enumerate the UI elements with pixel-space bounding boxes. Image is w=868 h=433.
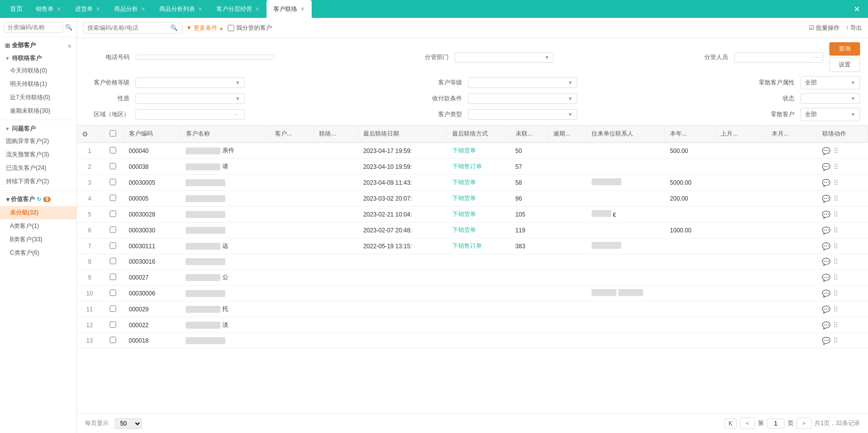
pending-group-label[interactable]: ▼ 待联络客户	[0, 52, 76, 64]
tab-product-analysis-list[interactable]: 商品分析列表 ✕	[152, 0, 209, 18]
row-checkbox[interactable]	[110, 258, 116, 264]
status-select[interactable]: ▼	[801, 93, 860, 104]
chat-icon[interactable]: 💬	[822, 289, 830, 297]
cell-last-method[interactable]: 下销售订单	[447, 238, 511, 254]
all-customers-header[interactable]: ⊞ 全部客户 «	[0, 37, 76, 52]
sidebar-item-declining[interactable]: 持续下滑客户(2)	[0, 175, 76, 188]
reset-btn[interactable]: 设置	[829, 58, 860, 72]
row-checkbox[interactable]	[110, 226, 116, 233]
row-checkbox[interactable]	[110, 163, 116, 169]
sidebar-item-a-class[interactable]: A类客户(1)	[0, 219, 76, 233]
chat-icon[interactable]: 💬	[822, 211, 830, 218]
price-level-select[interactable]: ▼	[135, 77, 245, 88]
row-checkbox[interactable]	[110, 195, 116, 201]
more-icon[interactable]: ⠿	[833, 258, 838, 266]
more-icon[interactable]: ⠿	[833, 226, 838, 234]
tab-purchase[interactable]: 进货单 ✕	[68, 0, 107, 18]
query-btn[interactable]: 查询	[829, 42, 860, 56]
row-checkbox[interactable]	[110, 305, 116, 312]
row-checkbox[interactable]	[110, 274, 116, 280]
cell-check[interactable]	[102, 270, 124, 286]
region-select[interactable]: ···	[135, 109, 245, 120]
sidebar-item-churn-warning[interactable]: 流失预警客户(3)	[0, 148, 76, 161]
th-check[interactable]	[102, 126, 124, 143]
cell-action[interactable]: 💬 ⠿	[817, 222, 868, 238]
cell-action[interactable]: 💬 ⠿	[817, 175, 868, 191]
cell-last-method[interactable]	[447, 301, 511, 317]
cell-action[interactable]: 💬 ⠿	[817, 191, 868, 207]
last-method-link[interactable]: 下销货单	[452, 195, 476, 202]
customer-type-select[interactable]: ▼	[468, 109, 577, 120]
cell-check[interactable]	[102, 143, 124, 159]
last-method-link[interactable]: 下销售订单	[452, 242, 482, 249]
chat-icon[interactable]: 💬	[822, 195, 830, 203]
manager-select[interactable]: ···	[734, 52, 823, 63]
chat-icon[interactable]: 💬	[822, 258, 830, 266]
tab-product-analysis[interactable]: 商品分析 ✕	[107, 0, 152, 18]
row-checkbox[interactable]	[110, 242, 116, 249]
batch-ops-btn[interactable]: ☑ 批量操作	[809, 24, 840, 32]
tab-customer-tier[interactable]: 客户分层经营 ✕	[209, 0, 267, 18]
per-page-select[interactable]: 50 100 200	[115, 418, 142, 429]
cell-check[interactable]	[102, 286, 124, 301]
more-icon[interactable]: ⠿	[833, 211, 838, 218]
zero-attr-select[interactable]: 全部▼	[801, 76, 860, 89]
more-icon[interactable]: ⠿	[833, 179, 838, 187]
tab-product-analysis-list-close[interactable]: ✕	[198, 6, 202, 12]
sidebar-item-7day-pending[interactable]: 近7天待联络(0)	[0, 91, 76, 104]
cell-action[interactable]: 💬 ⠿	[817, 254, 868, 270]
tab-customer-tier-close[interactable]: ✕	[255, 6, 260, 12]
cell-action[interactable]: 💬 ⠿	[817, 301, 868, 317]
row-checkbox[interactable]	[110, 289, 116, 296]
cell-last-method[interactable]	[447, 286, 511, 301]
sidebar-item-ungroup[interactable]: 未分组(32)	[0, 206, 76, 219]
more-icon[interactable]: ⠿	[833, 242, 838, 250]
my-customers-checkbox[interactable]	[228, 25, 234, 31]
cell-action[interactable]: 💬 ⠿	[817, 286, 868, 301]
chat-icon[interactable]: 💬	[822, 274, 830, 282]
export-btn[interactable]: ↑ 导出	[846, 24, 862, 32]
sidebar-item-today-pending[interactable]: 今天待联络(0)	[0, 64, 76, 77]
dept-select[interactable]: ▼	[455, 52, 554, 63]
cell-check[interactable]	[102, 207, 124, 222]
sidebar-item-abnormal[interactable]: 固购异常客户(2)	[0, 135, 76, 148]
tab-product-analysis-close[interactable]: ✕	[141, 6, 145, 12]
tab-sales[interactable]: 销售单 ✕	[29, 0, 68, 18]
filter-search-input[interactable]	[87, 24, 170, 31]
next-page-btn[interactable]: ＞	[797, 418, 811, 429]
tab-sales-close[interactable]: ✕	[57, 6, 61, 12]
page-input[interactable]	[767, 419, 785, 429]
filter-more-conditions[interactable]: ▼ 更多条件 ▲	[186, 24, 224, 32]
price-group-header[interactable]: ▼ 价值客户 ↻ 8	[0, 193, 76, 206]
sidebar-item-overdue-pending[interactable]: 逾期未联络(30)	[0, 104, 76, 118]
cell-check[interactable]	[102, 159, 124, 175]
chat-icon[interactable]: 💬	[822, 226, 830, 234]
row-checkbox[interactable]	[110, 147, 116, 153]
cell-check[interactable]	[102, 191, 124, 207]
payment-select[interactable]: ▼	[468, 93, 577, 104]
cell-action[interactable]: 💬 ⠿	[817, 159, 868, 175]
chat-icon[interactable]: 💬	[822, 321, 830, 329]
more-icon[interactable]: ⠿	[833, 289, 838, 297]
select-all-checkbox[interactable]	[110, 130, 116, 137]
zero-customer-select[interactable]: 全部▼	[801, 108, 860, 121]
cell-check[interactable]	[102, 301, 124, 317]
filter-search-icon[interactable]: 🔍	[170, 24, 178, 31]
tab-purchase-close[interactable]: ✕	[96, 6, 100, 12]
th-settings[interactable]: ⚙	[77, 126, 102, 143]
row-checkbox[interactable]	[110, 179, 116, 185]
tab-home[interactable]: 首页	[4, 4, 29, 13]
prev-page-btn[interactable]: ＜	[740, 418, 755, 429]
last-method-link[interactable]: 下销货单	[452, 226, 476, 233]
cell-action[interactable]: 💬 ⠿	[817, 333, 868, 349]
sidebar-item-c-class[interactable]: C类客户(6)	[0, 246, 76, 260]
cell-action[interactable]: 💬 ⠿	[817, 207, 868, 222]
chat-icon[interactable]: 💬	[822, 337, 830, 345]
row-checkbox[interactable]	[110, 321, 116, 328]
more-icon[interactable]: ⠿	[833, 274, 838, 282]
cell-last-method[interactable]	[447, 333, 511, 349]
more-icon[interactable]: ⠿	[833, 147, 838, 155]
more-icon[interactable]: ⠿	[833, 337, 838, 345]
row-checkbox[interactable]	[110, 211, 116, 217]
cell-action[interactable]: 💬 ⠿	[817, 317, 868, 333]
